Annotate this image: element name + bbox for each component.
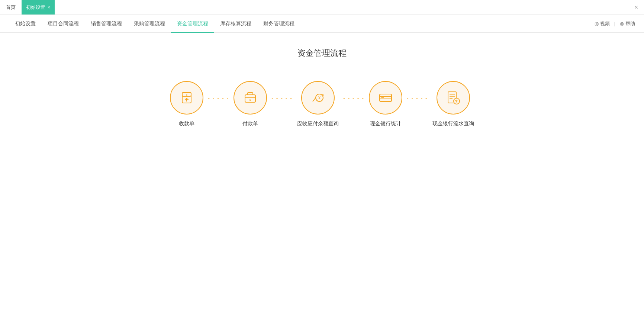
shoukuan-svg-icon: ¥ [178, 90, 195, 106]
nav-item-caiwu[interactable]: 财务管理流程 [257, 15, 300, 33]
nav-item-zijin[interactable]: 资金管理流程 [171, 15, 214, 33]
top-bar-right: × [635, 4, 644, 11]
liushui-label: 现金银行流水查询 [432, 120, 474, 127]
help-link[interactable]: ◎ 帮助 [620, 20, 635, 27]
yingshouyue-label: 应收应付余额查询 [297, 120, 339, 127]
yingshouyue-icon-circle: ¥ [301, 81, 335, 114]
active-tab-label: 初始设置 [26, 4, 45, 11]
top-bar: 首页 初始设置 × × [0, 0, 644, 15]
connector-4: - - - - - [402, 95, 432, 113]
connector-1: - - - - - [203, 95, 234, 113]
liushui-icon-circle: ¥ [437, 81, 470, 114]
connector-dots-3: - - - - - [343, 95, 364, 101]
nav-item-kucun[interactable]: 库存核算流程 [214, 15, 257, 33]
xianjin-svg-icon [377, 90, 394, 106]
flow-item-fukuan[interactable]: ¥ 付款单 [234, 81, 267, 127]
connector-dots-2: - - - - - [271, 95, 293, 101]
liushui-svg-icon: ¥ [445, 90, 461, 106]
flow-container: ¥ 收款单 - - - - - [9, 81, 635, 127]
shoukuan-icon-circle: ¥ [170, 81, 203, 114]
connector-3: - - - - - [339, 95, 369, 113]
flow-item-shoukuan[interactable]: ¥ 收款单 [170, 81, 203, 127]
connector-2: - - - - - [267, 95, 297, 113]
video-label: 视频 [600, 20, 610, 27]
fukuan-label: 付款单 [242, 120, 258, 127]
flow-item-xianjin[interactable]: 现金银行统计 [369, 81, 402, 127]
video-link[interactable]: ◎ 视频 [595, 20, 610, 27]
flow-item-yingshouyue[interactable]: ¥ 应收应付余额查询 [297, 81, 339, 127]
fukuan-svg-icon: ¥ [242, 90, 258, 106]
main-area: 初始设置 项目合同流程 销售管理流程 采购管理流程 资金管理流程 库存核算流程 … [0, 15, 644, 329]
nav-item-xiaoshou[interactable]: 销售管理流程 [85, 15, 128, 33]
help-icon: ◎ [620, 21, 624, 26]
nav-right: ◎ 视频 | ◎ 帮助 [595, 20, 635, 27]
nav-item-xiangmu[interactable]: 项目合同流程 [42, 15, 85, 33]
svg-text:¥: ¥ [249, 98, 252, 102]
active-tab[interactable]: 初始设置 × [22, 0, 55, 14]
xianjin-label: 现金银行统计 [370, 120, 401, 127]
xianjin-icon-circle [369, 81, 402, 114]
help-label: 帮助 [625, 20, 635, 27]
nav-separator: | [614, 21, 615, 26]
page-content: 资金管理流程 ¥ 收款单 [0, 33, 644, 142]
video-icon: ◎ [595, 21, 599, 26]
nav-bar: 初始设置 项目合同流程 销售管理流程 采购管理流程 资金管理流程 库存核算流程 … [0, 15, 644, 33]
yingshouyue-svg-icon: ¥ [310, 90, 326, 106]
connector-dots-4: - - - - - [407, 95, 428, 101]
window-close-icon[interactable]: × [635, 4, 638, 11]
shoukuan-label: 收款单 [179, 120, 194, 127]
svg-text:¥: ¥ [186, 93, 188, 97]
flow-item-liushui[interactable]: ¥ 现金银行流水查询 [432, 81, 474, 127]
page-title: 资金管理流程 [9, 48, 635, 59]
nav-item-chushishezhi[interactable]: 初始设置 [9, 15, 42, 33]
svg-text:¥: ¥ [318, 96, 321, 100]
connector-dots-1: - - - - - [208, 95, 229, 101]
home-tab[interactable]: 首页 [0, 0, 22, 14]
nav-item-caigou[interactable]: 采购管理流程 [128, 15, 171, 33]
svg-rect-13 [381, 97, 384, 98]
fukuan-icon-circle: ¥ [234, 81, 267, 114]
close-tab-icon[interactable]: × [48, 5, 50, 10]
